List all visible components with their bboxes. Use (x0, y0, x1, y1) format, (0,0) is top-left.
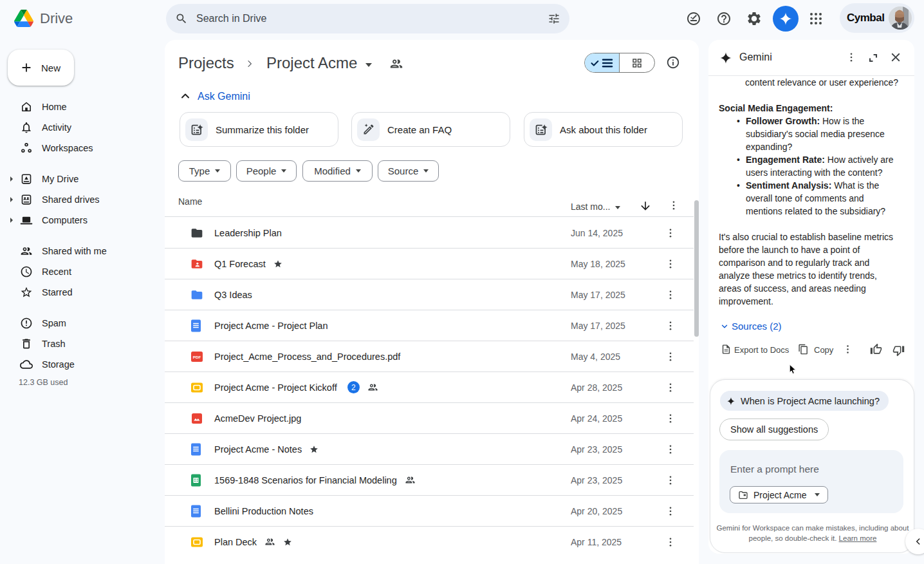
svg-text:PDF: PDF (193, 355, 201, 359)
